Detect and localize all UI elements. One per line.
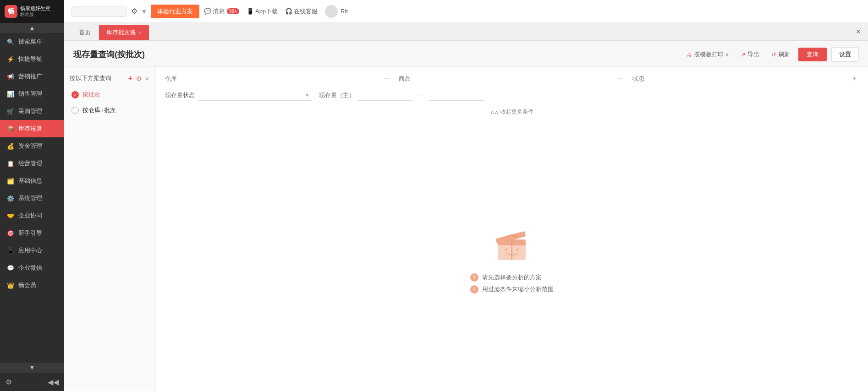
warehouse-input[interactable]	[195, 73, 379, 84]
close-tab-btn[interactable]: ×	[856, 27, 861, 37]
headset-icon: 🎧	[285, 8, 292, 15]
sidebar-item-purchase[interactable]: 🛒 采购管理	[0, 103, 64, 120]
print-template-btn[interactable]: 🖨 按模板打印 ▾	[682, 49, 732, 60]
crown-icon: 👑	[6, 281, 15, 289]
online-service-btn[interactable]: 🎧 在线客服	[285, 7, 318, 16]
sidebar-item-label: 新手引导	[18, 229, 42, 237]
stock-qty-max-input[interactable]	[429, 90, 484, 101]
scheme-label-by-warehouse-batch: 按仓库+批次	[82, 106, 116, 114]
add-scheme-btn[interactable]: +	[127, 73, 133, 83]
collapse-filter-btn[interactable]: ∧∧ 收起更多条件	[165, 106, 859, 118]
sidebar-item-sales[interactable]: 📊 销售管理	[0, 85, 64, 103]
stock-qty-min-input[interactable]	[357, 90, 412, 101]
inactive-scheme-dot	[71, 107, 79, 114]
tip-text-2: 用过滤条件来缩小分析范围	[482, 285, 554, 293]
username-label: Rit	[341, 8, 348, 15]
status-label: 状态	[632, 75, 660, 83]
search-input[interactable]	[71, 6, 126, 17]
collapse-left-panel-btn[interactable]: «	[144, 73, 150, 83]
topbar: ⚙ ▾ 体验行业方案 💬 消息 99+ 📱 App下载 🎧 在线客服 Rit	[64, 0, 868, 23]
warehouse-more-btn[interactable]: ···	[382, 75, 391, 83]
product-input[interactable]	[429, 73, 613, 84]
sidebar-item-basics[interactable]: 🗂️ 基础信息	[0, 172, 64, 190]
sidebar-item-wechat[interactable]: 💬 企业微信	[0, 259, 64, 277]
app-download-btn[interactable]: 📱 App下载	[247, 7, 278, 16]
wechat-icon: 💬	[6, 264, 15, 272]
right-panel: 仓库 ··· 商品 ··· 状态	[156, 67, 868, 391]
app-logo: 畅	[5, 5, 17, 18]
avatar	[325, 5, 338, 18]
sidebar-item-label: 搜索菜单	[18, 38, 42, 46]
export-btn[interactable]: ↗ 导出	[737, 49, 763, 60]
gear-icon-btn[interactable]: ⚙	[131, 7, 137, 16]
tab-inventory-batch[interactable]: 库存批次账 ×	[99, 25, 149, 40]
speaker-icon: 📢	[6, 72, 15, 81]
sidebar-item-search[interactable]: 🔍 搜索菜单	[0, 33, 64, 50]
trial-btn[interactable]: 体验行业方案	[151, 5, 199, 18]
tab-inventory-batch-label: 库存批次账	[106, 28, 136, 37]
tip-num-2: 2	[470, 285, 478, 293]
sidebar-scroll-up[interactable]: ▲	[0, 23, 64, 33]
sidebar-item-enterprise[interactable]: 🤝 企业协同	[0, 207, 64, 224]
stock-status-select[interactable]: ▾	[198, 90, 312, 101]
money-icon: 💰	[6, 142, 15, 150]
left-panel: 按以下方案查询 + ⊙ « ✓ 按批次 按仓库+批次	[64, 67, 156, 391]
content-body: 按以下方案查询 + ⊙ « ✓ 按批次 按仓库+批次	[64, 67, 868, 391]
sidebar-scroll-down[interactable]: ▼	[0, 363, 64, 373]
refresh-btn[interactable]: ↺ 刷新	[768, 49, 794, 60]
dropdown-arrow-btn[interactable]: ▾	[142, 6, 146, 16]
settings-icon-btn[interactable]: ⚙	[5, 377, 13, 387]
sidebar-item-label: 企业协同	[18, 212, 42, 220]
collapse-arrows-icon: ∧∧	[490, 109, 499, 115]
sidebar-item-operations[interactable]: 📋 经营管理	[0, 155, 64, 172]
mobile-icon: 📱	[6, 246, 15, 255]
scheme-settings-btn[interactable]: ⊙	[135, 73, 143, 83]
refresh-label: 刷新	[778, 50, 790, 59]
main-area: ⚙ ▾ 体验行业方案 💬 消息 99+ 📱 App下载 🎧 在线客服 Rit	[64, 0, 868, 391]
stock-qty-label: 现存量（主）	[319, 91, 355, 99]
sidebar-item-label: 应用中心	[18, 246, 42, 255]
sidebar-item-appstore[interactable]: 📱 应用中心	[0, 242, 64, 259]
sidebar-item-label: 资金管理	[18, 142, 42, 150]
handshake-icon: 🤝	[6, 212, 15, 220]
app-edition: 标准版	[20, 11, 50, 18]
warehouse-filter: 仓库 ···	[165, 73, 391, 84]
app-download-label: App下载	[255, 7, 278, 16]
status-select[interactable]: ▾	[663, 73, 859, 84]
status-filter: 状态 ▾	[632, 73, 859, 84]
sidebar-item-newbie[interactable]: 🎯 新手引导	[0, 224, 64, 242]
sidebar-item-label: 销售管理	[18, 90, 42, 98]
empty-illustration	[489, 221, 535, 267]
tab-close-icon[interactable]: ×	[139, 30, 142, 35]
sidebar-item-label: 营销推广	[18, 72, 42, 81]
sidebar-item-finance[interactable]: 💰 资金管理	[0, 137, 64, 155]
target-icon: 🎯	[6, 229, 15, 237]
print-dropdown-arrow: ▾	[725, 51, 729, 58]
sidebar-header: 畅 畅康通好生意 标准版	[0, 0, 64, 23]
product-more-btn[interactable]: ···	[615, 75, 625, 83]
sidebar-item-label: 企业微信	[18, 264, 42, 272]
settings-btn[interactable]: 设置	[831, 47, 859, 62]
sidebar-item-quick[interactable]: ⚡ 快捷导航	[0, 50, 64, 68]
sidebar-item-marketing[interactable]: 📢 营销推广	[0, 68, 64, 85]
sidebar-item-label: 采购管理	[18, 107, 42, 115]
user-profile-btn[interactable]: Rit	[325, 5, 348, 18]
messages-btn[interactable]: 💬 消息 99+	[204, 7, 239, 16]
product-label: 商品	[399, 75, 426, 83]
sidebar-item-label: 经营管理	[18, 159, 42, 168]
sidebar-item-system[interactable]: ⚙️ 系统管理	[0, 190, 64, 207]
sidebar: 畅 畅康通好生意 标准版 ▲ 🔍 搜索菜单 ⚡ 快捷导航 📢 营销推广 📊 销售…	[0, 0, 64, 391]
sidebar-item-member[interactable]: 👑 畅会员	[0, 277, 64, 294]
active-scheme-dot: ✓	[71, 91, 79, 98]
sidebar-item-inventory[interactable]: 📦 库存核算	[0, 120, 64, 137]
lightning-icon: ⚡	[6, 55, 15, 63]
scheme-header-label: 按以下方案查询	[70, 74, 111, 82]
query-btn[interactable]: 查询	[798, 48, 827, 61]
page-header: 现存量查询(按批次) 🖨 按模板打印 ▾ ↗ 导出 ↺ 刷新 查询 设置	[64, 41, 868, 67]
scheme-item-by-batch[interactable]: ✓ 按批次	[64, 87, 155, 103]
svg-point-6	[516, 249, 518, 250]
collapse-sidebar-btn[interactable]: ◀◀	[47, 377, 60, 387]
scheme-item-by-warehouse-batch[interactable]: 按仓库+批次	[64, 103, 155, 118]
tab-home[interactable]: 首页	[71, 25, 98, 40]
empty-tips: 1 请先选择要分析的方案 2 用过滤条件来缩小分析范围	[470, 273, 554, 293]
